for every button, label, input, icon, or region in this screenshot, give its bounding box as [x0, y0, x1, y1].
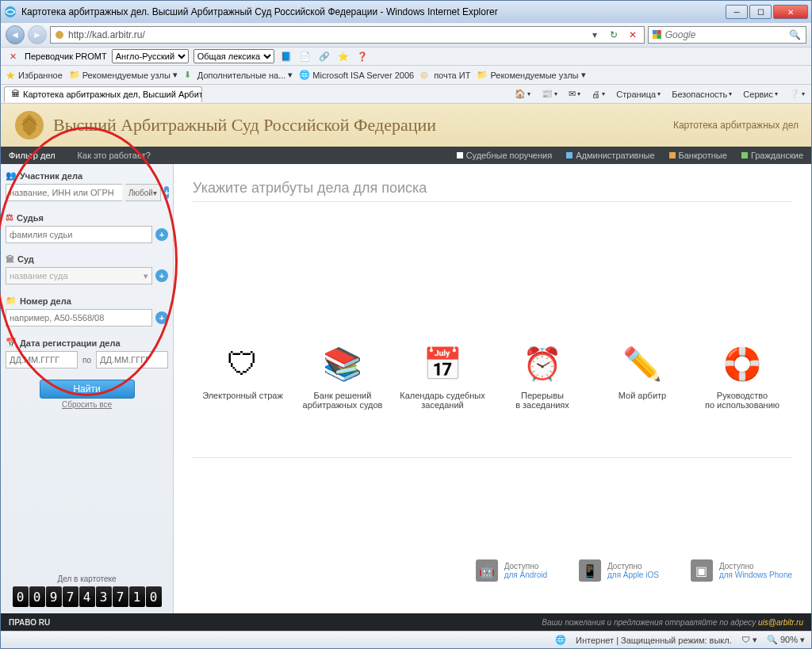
menu-casetype[interactable]: Банкротные: [669, 151, 727, 160]
fav-recommended-1[interactable]: 📁Рекомендуемые узлы ▾: [69, 70, 178, 81]
search-icon[interactable]: 🔍: [788, 27, 802, 43]
tab-favicon-icon: 🏛: [11, 89, 20, 100]
promt-tool2-icon[interactable]: 📄: [298, 49, 312, 63]
fav-mail[interactable]: ◎почта ИТ: [420, 70, 470, 81]
search-button[interactable]: Найти: [40, 380, 135, 399]
service-icons-row: 🛡Электронный страж📚Банк решенийарбитражн…: [193, 345, 792, 410]
readmail-button[interactable]: ✉▾: [565, 87, 584, 101]
folder-icon: 📁: [69, 70, 80, 81]
add-participant-button[interactable]: +: [164, 186, 169, 199]
site-header: Высший Арбитражный Суд Российской Федера…: [1, 104, 811, 147]
address-bar[interactable]: ▾ ↻ ✕: [50, 26, 645, 44]
participant-input[interactable]: [6, 184, 122, 201]
court-label: 🏛Суд: [6, 254, 168, 264]
feeds-button[interactable]: 📰▾: [538, 87, 561, 101]
folder-icon: 📁: [6, 296, 17, 306]
home-button[interactable]: 🏠▾: [511, 87, 534, 101]
service-menu[interactable]: Сервис▾: [740, 88, 781, 101]
platform-icon: 🤖: [476, 559, 498, 582]
case-number-input[interactable]: [6, 309, 152, 326]
minimize-button[interactable]: ─: [726, 5, 748, 19]
service-icon-item[interactable]: 📚Банк решенийарбитражных судов: [295, 345, 390, 410]
dropdown-icon[interactable]: ▾: [587, 27, 603, 43]
site-icon: [54, 29, 65, 40]
service-label: Руководствопо использованию: [695, 391, 790, 410]
protected-mode-icon[interactable]: 🛡 ▾: [741, 635, 757, 645]
participant-type-select[interactable]: Любой ▾: [125, 184, 161, 201]
promt-close-icon[interactable]: ✕: [6, 49, 20, 63]
help-button[interactable]: ❔▾: [786, 87, 808, 101]
service-icon-item[interactable]: ⏰Перерывыв заседаниях: [495, 345, 590, 410]
browser-tab[interactable]: 🏛 Картотека арбитражных дел, Высший Арби…: [4, 86, 202, 102]
service-label: Календарь судебныхзаседаний: [395, 391, 490, 410]
app-store-link[interactable]: ▣Доступнодля Windows Phone: [691, 559, 792, 582]
menu-casetype[interactable]: Административные: [566, 151, 654, 160]
folder-icon: 📁: [477, 70, 488, 81]
menu-filter[interactable]: Фильтр дел: [9, 151, 56, 160]
add-case-button[interactable]: +: [155, 311, 168, 324]
counter-digit: 3: [96, 586, 112, 607]
counter-label: Дел в картотеке: [1, 575, 173, 583]
date-from-input[interactable]: [6, 351, 78, 368]
promt-tool3-icon[interactable]: 🔗: [317, 49, 331, 63]
window-titlebar: Картотека арбитражных дел. Высший Арбитр…: [1, 1, 811, 23]
stop-icon[interactable]: ✕: [625, 27, 641, 43]
ie-command-bar: 🏠▾ 📰▾ ✉▾ 🖨▾ Страница▾ Безопасность▾ Серв…: [511, 87, 808, 101]
site-menubar: Фильтр дел Как это работает? Судебные по…: [1, 147, 811, 164]
favorites-button[interactable]: ★Избранное: [6, 69, 63, 82]
service-icon-item[interactable]: ✏️Мой арбитр: [595, 345, 690, 410]
judge-label: ⚖Судья: [6, 212, 168, 223]
promt-tool1-icon[interactable]: 📘: [279, 49, 293, 63]
footer-email-link[interactable]: uis@arbitr.ru: [758, 618, 803, 627]
promt-dict-select[interactable]: Общая лексика: [193, 49, 274, 63]
close-button[interactable]: ✕: [773, 5, 808, 19]
url-input[interactable]: [68, 29, 584, 40]
divider: [193, 201, 792, 202]
menu-casetype[interactable]: Гражданские: [741, 151, 803, 160]
service-icon-item[interactable]: 🛟Руководствопо использованию: [695, 345, 790, 410]
browser-search[interactable]: 🔍: [648, 26, 806, 44]
maximize-button[interactable]: ☐: [749, 5, 772, 19]
fav-recommended-2[interactable]: 📁Рекомендуемые узлы ▾: [477, 70, 585, 81]
window-title: Картотека арбитражных дел. Высший Арбитр…: [21, 6, 726, 17]
app-store-link[interactable]: 🤖Доступнодля Android: [476, 559, 547, 582]
svg-point-1: [56, 31, 63, 39]
add-court-button[interactable]: +: [155, 269, 168, 282]
counter-digit: 7: [63, 586, 79, 607]
promt-lang-select[interactable]: Англо-Русский: [112, 49, 189, 63]
reset-link[interactable]: Сбросить все: [6, 400, 168, 409]
divider: [193, 457, 792, 458]
calendar-icon: 📅: [6, 338, 17, 348]
fav-more[interactable]: ⬇Дополнительные на... ▾: [184, 70, 293, 81]
menu-casetype[interactable]: Судебные поручения: [457, 151, 553, 160]
date-to-input[interactable]: [96, 351, 168, 368]
add-judge-button[interactable]: +: [155, 228, 168, 241]
counter-digit: 0: [13, 586, 29, 607]
judge-input[interactable]: [6, 226, 152, 243]
service-icon-item[interactable]: 📅Календарь судебныхзаседаний: [395, 345, 490, 410]
promt-tool4-icon[interactable]: ⭐: [336, 49, 350, 63]
date-separator: по: [82, 356, 91, 365]
print-button[interactable]: 🖨▾: [588, 88, 608, 101]
google-icon: [652, 29, 662, 40]
fav-isa[interactable]: 🌐Microsoft ISA Server 2006: [299, 70, 414, 81]
arrow-down-icon: ⬇: [184, 70, 195, 81]
app-store-link[interactable]: 📱Доступнодля Apple iOS: [579, 559, 659, 582]
refresh-icon[interactable]: ↻: [606, 27, 622, 43]
forward-button[interactable]: ►: [28, 25, 47, 44]
promt-tool5-icon[interactable]: ❓: [355, 49, 370, 63]
back-button[interactable]: ◄: [6, 25, 25, 44]
counter-digit: 0: [146, 586, 162, 607]
zoom-control[interactable]: 🔍 90% ▾: [767, 635, 805, 645]
counter-digit: 9: [46, 586, 62, 607]
ie-icon: [4, 6, 17, 18]
court-select[interactable]: название суда▾: [6, 267, 152, 284]
ie-small-icon: 🌐: [299, 70, 310, 81]
service-icon-item[interactable]: 🛡Электронный страж: [195, 345, 290, 410]
counter-digit: 1: [129, 586, 145, 607]
search-input[interactable]: [665, 29, 785, 40]
page-menu[interactable]: Страница▾: [613, 88, 664, 101]
menu-howto[interactable]: Как это работает?: [78, 151, 151, 160]
safety-menu[interactable]: Безопасность▾: [668, 88, 735, 101]
building-icon: 🏛: [6, 254, 14, 264]
